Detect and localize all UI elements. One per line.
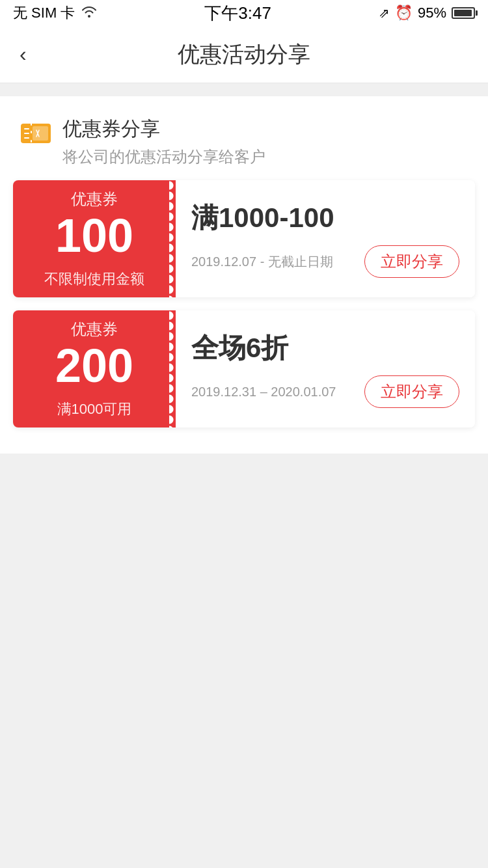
- coupon-left-1: 优惠券 100 不限制使用金额: [13, 180, 176, 297]
- svg-rect-1: [33, 126, 48, 141]
- share-button-1[interactable]: 立即分享: [364, 245, 459, 278]
- coupon-label-1: 优惠券: [71, 189, 118, 210]
- nav-bar: ‹ 优惠活动分享: [0, 26, 488, 83]
- coupon-date-1: 2019.12.07 - 无截止日期: [191, 253, 357, 271]
- coupon-right-2: 全场6折 2019.12.31 – 2020.01.07 立即分享: [176, 310, 475, 427]
- coupon-card-1: 优惠券 100 不限制使用金额 满1000-100 2019.12.07 - 无…: [13, 180, 475, 297]
- coupon-card-2: 优惠券 200 满1000可用 全场6折 2019.12.31 – 2020.0…: [13, 310, 475, 427]
- share-button-2[interactable]: 立即分享: [364, 375, 459, 408]
- section-gap-top: [0, 83, 488, 96]
- battery-percentage: 95%: [418, 5, 446, 21]
- coupon-meta-1: 2019.12.07 - 无截止日期 立即分享: [191, 245, 459, 278]
- section-header: 优惠券分享 将公司的优惠活动分享给客户: [0, 96, 488, 180]
- coupon-condition-1: 不限制使用金额: [44, 269, 144, 289]
- location-icon: ⇗: [379, 5, 390, 21]
- coupon-condition-2: 满1000可用: [57, 400, 132, 419]
- alarm-icon: ⏰: [395, 5, 413, 21]
- wifi-icon: [81, 5, 97, 21]
- battery-indicator: [452, 7, 475, 19]
- coupon-name-1: 满1000-100: [191, 200, 459, 236]
- coupon-amount-2: 200: [55, 342, 133, 389]
- coupon-label-2: 优惠券: [71, 319, 118, 340]
- coupon-left-2: 优惠券 200 满1000可用: [13, 310, 176, 427]
- coupon-right-1: 满1000-100 2019.12.07 - 无截止日期 立即分享: [176, 180, 475, 297]
- status-left: 无 SIM 卡: [13, 3, 97, 23]
- back-button[interactable]: ‹: [20, 42, 27, 66]
- time-display: 下午3:47: [204, 2, 271, 25]
- section-text: 优惠券分享 将公司的优惠活动分享给客户: [62, 116, 265, 167]
- coupon-amount-1: 100: [55, 212, 133, 259]
- coupon-name-2: 全场6折: [191, 330, 459, 366]
- page-title: 优惠活动分享: [178, 40, 310, 70]
- bottom-area: [0, 454, 488, 844]
- status-bar: 无 SIM 卡 下午3:47 ⇗ ⏰ 95%: [0, 0, 488, 26]
- carrier-text: 无 SIM 卡: [13, 3, 75, 23]
- coupon-list: 优惠券 100 不限制使用金额 满1000-100 2019.12.07 - 无…: [0, 180, 488, 454]
- coupon-share-icon: [20, 117, 52, 150]
- coupon-meta-2: 2019.12.31 – 2020.01.07 立即分享: [191, 375, 459, 408]
- section-subtitle: 将公司的优惠活动分享给客户: [62, 146, 265, 167]
- section-title: 优惠券分享: [62, 116, 265, 142]
- coupon-date-2: 2019.12.31 – 2020.01.07: [191, 385, 357, 400]
- status-right: ⇗ ⏰ 95%: [379, 5, 475, 21]
